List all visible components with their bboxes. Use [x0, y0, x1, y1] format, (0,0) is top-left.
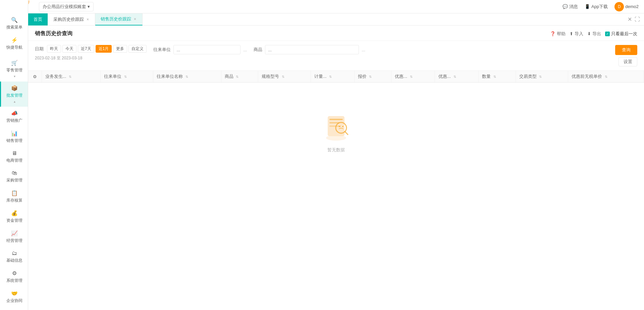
sidebar-item-system[interactable]: ⚙ 系统管理: [0, 267, 28, 287]
th-partner-name[interactable]: 往来单位名称 ⇅: [153, 71, 221, 83]
export-btn[interactable]: ⬇ 导出: [587, 31, 601, 37]
sidebar-item-search-menu[interactable]: 🔍 搜索菜单: [0, 13, 28, 34]
tab-home-label: 首页: [34, 16, 42, 22]
settings-button[interactable]: 设置: [619, 57, 637, 66]
sidebar-item-sales-mgmt[interactable]: 📊 销售管理: [0, 127, 28, 147]
sort-icon: ⇅: [369, 75, 372, 79]
th-discount1[interactable]: 优惠... ⇅: [391, 71, 435, 83]
date-filter-group: 日期 昨天 今天 近7天 近1月 更多 自定义 2023-02-18 至 202…: [35, 45, 147, 61]
sidebar-item-inventory[interactable]: 📋 库存核算: [0, 187, 28, 207]
sidebar-item-label: 库存核算: [6, 198, 22, 203]
retail-icon: 🛒: [11, 60, 18, 66]
only-last-checkbox-label[interactable]: ✓ 只看最后一次: [605, 31, 637, 37]
main-content: 销售历史价查询 ❓ 帮助 ⬆ 导入 ⬇ 导出 ✓ 只看最后一次: [28, 25, 644, 310]
sidebar-item-label: 营销推广: [6, 118, 22, 123]
message-icon: 💬: [562, 4, 568, 9]
th-unit-label: 计量...: [314, 74, 327, 79]
th-qty[interactable]: 数量 ⇅: [479, 71, 516, 83]
empty-state: 暂无数据: [28, 83, 644, 180]
purchase-icon: 🛍: [12, 170, 17, 176]
page-actions: ❓ 帮助 ⬆ 导入 ⬇ 导出 ✓ 只看最后一次: [550, 31, 637, 37]
th-spec-label: 规格型号: [262, 74, 279, 79]
goods-filter-group: 商品 ...: [254, 45, 365, 54]
window-close-icon[interactable]: ✕: [628, 16, 632, 22]
sidebar-item-label: 企业协同: [6, 298, 22, 304]
th-goods[interactable]: 商品 ⇅: [221, 71, 258, 83]
tab-purchase[interactable]: 采购历史价跟踪 ×: [48, 13, 95, 25]
tab-purchase-close[interactable]: ×: [86, 16, 90, 22]
inventory-icon: 📋: [11, 190, 18, 196]
sidebar-item-ops[interactable]: 📈 经营管理: [0, 227, 28, 247]
goods-dots: ...: [362, 47, 365, 52]
partner-filter-input[interactable]: [173, 45, 240, 54]
th-tax-price[interactable]: 优惠前无税单价 ⇅: [568, 71, 644, 83]
table-header-row: ⚙ 业务发生... ⇅ 往来单位 ⇅ 往来单位名称 ⇅: [28, 71, 644, 83]
svg-line-6: [345, 132, 348, 135]
sidebar-item-retail[interactable]: 🛒 零售管理 ▾: [0, 56, 28, 82]
query-button[interactable]: 查询: [615, 45, 637, 55]
sort-icon: ⇅: [124, 75, 127, 79]
import-icon: ⬆: [570, 31, 573, 36]
top-header: 畅 畅捷通好生意 标准版 办公用品行业模拟账套 ▾ 💬 消息 📱 App下载 D…: [0, 0, 644, 13]
sidebar-item-quick-nav[interactable]: ⚡ 快捷导航: [0, 34, 28, 54]
sidebar-item-label: 销售管理: [6, 138, 22, 144]
th-discount2[interactable]: 优惠... ⇅: [435, 71, 479, 83]
sidebar-item-ecom[interactable]: 🖥 电商管理: [0, 147, 28, 167]
user-menu[interactable]: D demo2: [614, 2, 639, 11]
date-btn-1month[interactable]: 近1月: [96, 45, 112, 53]
import-btn[interactable]: ⬆ 导入: [570, 31, 583, 37]
ops-icon: 📈: [11, 230, 18, 237]
date-btn-today[interactable]: 今天: [62, 45, 76, 53]
th-discount2-label: 优惠...: [438, 74, 451, 79]
tab-home[interactable]: 首页: [28, 13, 48, 25]
sales-icon: 📊: [11, 130, 18, 137]
th-spec[interactable]: 规格型号 ⇅: [258, 71, 311, 83]
help-btn[interactable]: ❓ 帮助: [550, 31, 566, 37]
svg-rect-2: [329, 119, 343, 120]
only-last-checkbox[interactable]: ✓: [605, 32, 610, 36]
fullscreen-icon[interactable]: ⛶: [635, 16, 640, 22]
th-price[interactable]: 报价 ⇅: [354, 71, 391, 83]
tab-sales[interactable]: 销售历史价跟踪 ×: [95, 13, 143, 25]
sidebar-item-enterprise[interactable]: 🤝 企业协同: [0, 287, 28, 307]
date-filter-row: 日期 昨天 今天 近7天 近1月 更多 自定义: [35, 45, 147, 53]
th-partner-code[interactable]: 往来单位 ⇅: [101, 71, 153, 83]
sidebar-item-finance[interactable]: 💰 资金管理: [0, 207, 28, 227]
date-btn-more[interactable]: 更多: [113, 45, 127, 53]
th-discount1-label: 优惠...: [395, 74, 407, 79]
avatar: D: [614, 2, 624, 11]
sidebar-item-purchase[interactable]: 🛍 采购管理: [0, 167, 28, 187]
goods-filter-label: 商品: [254, 47, 262, 53]
partner-filter-label: 往来单位: [153, 47, 171, 53]
tab-bar: 首页 采购历史价跟踪 × 销售历史价跟踪 × ✕ ⛶: [28, 13, 644, 25]
svg-point-7: [339, 126, 340, 127]
date-btn-custom[interactable]: 自定义: [128, 45, 147, 53]
th-tax-price-label: 优惠前无税单价: [572, 74, 602, 79]
sidebar-item-marketing[interactable]: 📣 营销推广: [0, 107, 28, 127]
partner-filter-group: 往来单位 ...: [153, 45, 247, 54]
th-partner-code-label: 往来单位: [104, 74, 121, 79]
company-dropdown[interactable]: 办公用品行业模拟账套 ▾: [39, 2, 94, 11]
th-trade-type[interactable]: 交易类型 ⇅: [516, 71, 568, 83]
sidebar: 🔍 搜索菜单 ⚡ 快捷导航 🛒 零售管理 ▾ 📦 批发管理 ▴ 📣 营销推广 📊…: [0, 0, 28, 310]
sidebar-item-basic[interactable]: 🗂 基础信息: [0, 247, 28, 267]
sidebar-item-wholesale[interactable]: 📦 批发管理 ▴: [0, 82, 28, 107]
message-btn[interactable]: 💬 消息: [562, 4, 578, 10]
app-download-btn[interactable]: 📱 App下载: [585, 4, 608, 10]
th-unit[interactable]: 计量... ⇅: [311, 71, 354, 83]
arrow-icon: ▴: [14, 100, 15, 103]
date-filter-label: 日期: [35, 46, 44, 52]
sidebar-item-label: 快捷导航: [6, 45, 22, 50]
goods-filter-input[interactable]: [265, 45, 359, 54]
tab-sales-close[interactable]: ×: [133, 16, 137, 22]
th-biz-date[interactable]: 业务发生... ⇅: [42, 71, 101, 83]
date-btn-yesterday[interactable]: 昨天: [47, 45, 61, 53]
th-gear[interactable]: ⚙: [28, 71, 42, 83]
gear-icon: ⚙: [33, 74, 37, 79]
export-icon: ⬇: [587, 31, 591, 36]
date-range-display: 2023-02-18 至 2023-03-18: [35, 55, 147, 61]
date-btn-7days[interactable]: 近7天: [78, 45, 94, 53]
sidebar-item-label: 资金管理: [6, 218, 22, 223]
sidebar-item-newbie[interactable]: 🧭 新手引导: [0, 307, 28, 310]
sidebar-item-label: 电商管理: [6, 158, 22, 163]
